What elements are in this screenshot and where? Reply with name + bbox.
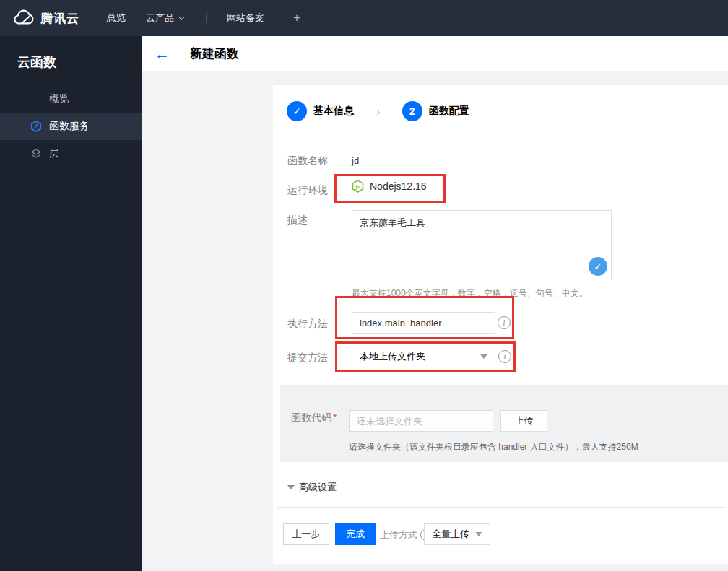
description-text: 京东薅羊毛工具 bbox=[360, 217, 425, 228]
required-asterisk: * bbox=[333, 411, 337, 423]
sidebar-title: 云函数 bbox=[0, 36, 142, 85]
runtime-value: Nodejs12.16 bbox=[370, 180, 427, 192]
description-label: 描述 bbox=[287, 214, 308, 227]
nav-menu: 总览 云产品 网站备案 + bbox=[107, 11, 321, 25]
advanced-settings-toggle[interactable]: 高级设置 bbox=[287, 481, 337, 494]
step-1-check-icon: ✓ bbox=[287, 101, 307, 121]
nav-divider bbox=[206, 13, 207, 23]
handler-input[interactable] bbox=[352, 312, 495, 334]
back-arrow-icon[interactable]: ← bbox=[155, 46, 170, 61]
sidebar-item-function-service[interactable]: 函数服务 bbox=[0, 113, 142, 140]
create-function-card: ✓ 基本信息 › 2 函数配置 函数名称 jd 运行环境 js Nodejs12… bbox=[273, 85, 728, 564]
step-2-label: 函数配置 bbox=[429, 105, 469, 118]
nav-item-products-label: 云产品 bbox=[146, 12, 174, 25]
nav-item-products[interactable]: 云产品 bbox=[146, 12, 183, 25]
runtime-value-wrap: js Nodejs12.16 bbox=[352, 180, 427, 193]
upload-mode-select[interactable]: 全量上传 bbox=[424, 523, 490, 545]
brand[interactable]: 腾讯云 bbox=[12, 9, 79, 27]
tencent-cloud-logo-icon bbox=[12, 9, 35, 27]
chevron-down-icon bbox=[475, 532, 482, 536]
chevron-down-icon bbox=[480, 354, 488, 359]
grid-icon bbox=[30, 93, 42, 105]
folder-hint: 请选择文件夹（该文件夹根目录应包含 handler 入口文件），最大支持250M bbox=[349, 441, 638, 453]
description-hint: 最大支持1000个英文字母，数字，空格，逗号、句号、中文。 bbox=[352, 287, 588, 300]
function-code-label: 函数代码* bbox=[291, 411, 337, 424]
page-header: ← 新建函数 bbox=[142, 36, 728, 71]
sidebar-item-label: 概览 bbox=[49, 92, 69, 105]
handler-info-icon[interactable]: i bbox=[498, 316, 511, 329]
finish-button[interactable]: 完成 bbox=[335, 523, 376, 545]
add-tab-icon[interactable]: + bbox=[293, 11, 300, 25]
upload-button[interactable]: 上传 bbox=[500, 410, 547, 432]
chevron-down-icon bbox=[178, 14, 184, 19]
svg-text:js: js bbox=[355, 184, 360, 190]
sidebar: 云函数 概览 函数服务 层 bbox=[0, 36, 142, 571]
submit-method-select[interactable]: 本地上传文件夹 bbox=[352, 346, 495, 367]
brand-name: 腾讯云 bbox=[40, 10, 79, 27]
runtime-label: 运行环境 bbox=[287, 184, 328, 197]
step-2-number: 2 bbox=[402, 101, 422, 121]
submit-method-label: 提交方法 bbox=[287, 352, 328, 365]
function-name-label: 函数名称 bbox=[287, 154, 328, 167]
advanced-settings-label: 高级设置 bbox=[299, 481, 337, 494]
sidebar-item-layers[interactable]: 层 bbox=[0, 140, 142, 167]
step-chevron-icon: › bbox=[376, 104, 381, 118]
layers-icon bbox=[30, 148, 42, 160]
submit-method-value: 本地上传文件夹 bbox=[360, 350, 480, 363]
function-hexagon-icon bbox=[30, 121, 42, 132]
steps-indicator: ✓ 基本信息 › 2 函数配置 bbox=[287, 101, 469, 121]
sidebar-item-label: 函数服务 bbox=[49, 120, 90, 133]
top-navbar: 腾讯云 总览 云产品 网站备案 + bbox=[0, 0, 728, 36]
triangle-down-icon bbox=[287, 485, 295, 489]
sidebar-item-overview[interactable]: 概览 bbox=[0, 85, 142, 113]
folder-path-input[interactable] bbox=[349, 410, 493, 432]
description-textarea[interactable]: 京东薅羊毛工具 ✓ bbox=[352, 210, 612, 279]
nav-item-overview[interactable]: 总览 bbox=[107, 12, 126, 25]
submit-method-info-icon[interactable]: i bbox=[498, 350, 511, 363]
valid-check-icon: ✓ bbox=[589, 257, 607, 276]
nav-item-beian[interactable]: 网站备案 bbox=[227, 12, 264, 25]
previous-step-button[interactable]: 上一步 bbox=[283, 523, 329, 545]
footer-divider bbox=[277, 507, 724, 508]
nodejs-icon: js bbox=[352, 180, 364, 193]
page-title: 新建函数 bbox=[190, 45, 239, 62]
function-name-value: jd bbox=[352, 155, 359, 166]
sidebar-item-label: 层 bbox=[49, 147, 59, 160]
page: 腾讯云 总览 云产品 网站备案 + 云函数 概览 函数 bbox=[0, 0, 728, 571]
step-1-label: 基本信息 bbox=[313, 105, 354, 118]
handler-label: 执行方法 bbox=[287, 318, 328, 331]
upload-mode-value: 全量上传 bbox=[432, 528, 475, 541]
